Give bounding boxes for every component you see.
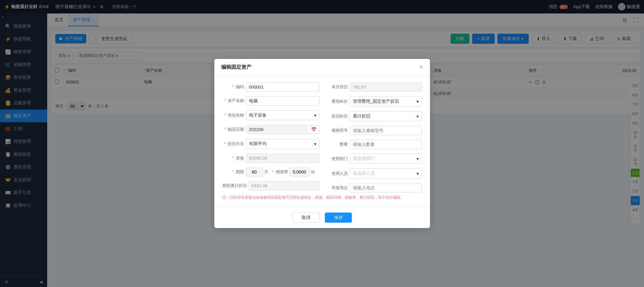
- depreciation-method-select[interactable]: 年限平均 ▾: [246, 139, 319, 149]
- date-picker-icon[interactable]: 📅: [308, 127, 319, 132]
- form-item-department: 使用部门 请选择部门 ▾: [326, 154, 422, 164]
- right-col: 本月折旧 费用科目 管理费用_固定资产折旧 ▾: [326, 83, 422, 192]
- purchase-date-input[interactable]: [246, 125, 308, 134]
- asset-name-input[interactable]: [246, 96, 319, 105]
- initial-depreciation-label: 期初累计折旧: [222, 183, 247, 189]
- residual-rate-unit: %: [311, 170, 315, 174]
- form-item-depreciation-subject: 折旧科目 累计折旧 ▾: [326, 111, 422, 121]
- department-placeholder: 请选择部门: [353, 156, 375, 162]
- modal-footer: 取消 保存: [214, 207, 430, 228]
- spec-input[interactable]: [350, 126, 422, 135]
- form-item-code: * 编码: [222, 83, 319, 92]
- category-dropdown-icon-modal: ▾: [314, 113, 316, 118]
- depreciation-subject-select[interactable]: 累计折旧 ▾: [350, 111, 422, 121]
- form-item-spec: 规格型号: [326, 126, 422, 135]
- user-select[interactable]: 请选择人员 ▾: [350, 168, 422, 179]
- spec-label: 规格型号: [326, 128, 348, 133]
- depreciation-method-label: * 折旧方法: [222, 141, 244, 147]
- depreciation-subject-label: 折旧科目: [326, 114, 348, 119]
- expense-subject-arrow: ▾: [417, 99, 419, 104]
- form-item-original-value: * 原值: [222, 154, 319, 163]
- asset-name-label: * 资产名称: [222, 98, 244, 104]
- user-arrow: ▾: [417, 171, 419, 176]
- form-item-period: * 期限 月 * 残值率 %: [222, 167, 319, 177]
- code-label: * 编码: [222, 84, 244, 90]
- modal-note: 注：已经存在变更记录或者对应固定资产已经生成凭证，原值、购买日期、残值率、累计折…: [222, 195, 422, 200]
- quantity-label: 数量: [326, 141, 348, 147]
- depreciation-method-value: 年限平均: [249, 141, 267, 147]
- location-input[interactable]: [350, 183, 422, 192]
- depreciation-subject-arrow: ▾: [417, 114, 419, 119]
- form-item-category: * 类别名称 电子设备 ▾: [222, 110, 319, 120]
- modal-title: 编辑固定资产: [221, 64, 251, 70]
- modal-header: 编辑固定资产 ×: [214, 59, 430, 76]
- form-item-user: 使用人员 请选择人员 ▾: [326, 168, 422, 179]
- department-label: 使用部门: [326, 156, 348, 162]
- cancel-label: 取消: [302, 215, 310, 221]
- form-item-quantity: 数量: [326, 140, 422, 149]
- form-item-purchase-date: * 购买日期 📅: [222, 125, 319, 134]
- user-label-form: 使用人员: [326, 171, 348, 177]
- form-item-asset-name: * 资产名称: [222, 96, 319, 105]
- form-item-initial-depreciation: 期初累计折旧: [222, 181, 319, 190]
- expense-subject-value: 管理费用_固定资产折旧: [353, 98, 399, 104]
- category-select-value: 电子设备: [249, 112, 267, 118]
- date-input-wrap: 📅: [246, 125, 319, 134]
- monthly-depreciation-input: [350, 83, 422, 92]
- monthly-depreciation-label: 本月折旧: [326, 84, 348, 90]
- purchase-date-label: * 购买日期: [222, 127, 244, 132]
- code-input[interactable]: [246, 83, 319, 92]
- left-col: * 编码 * 资产名称 *: [222, 83, 319, 192]
- form-item-expense-subject: 费用科目 管理费用_固定资产折旧 ▾: [326, 96, 422, 106]
- department-arrow: ▾: [417, 156, 419, 161]
- original-value-input[interactable]: [246, 154, 319, 163]
- cancel-btn[interactable]: 取消: [293, 213, 319, 223]
- save-btn[interactable]: 保存: [325, 213, 352, 223]
- expense-subject-label: 费用科目: [326, 99, 348, 104]
- user-placeholder: 请选择人员: [353, 170, 375, 177]
- residual-rate-input[interactable]: [289, 167, 310, 177]
- expense-subject-select[interactable]: 管理费用_固定资产折旧 ▾: [350, 96, 422, 106]
- department-select[interactable]: 请选择部门 ▾: [350, 154, 422, 164]
- modal-close-btn[interactable]: ×: [420, 64, 423, 71]
- period-label: * 期限: [222, 169, 244, 175]
- save-label: 保存: [334, 215, 343, 221]
- form-grid: * 编码 * 资产名称 *: [222, 83, 422, 192]
- original-value-label: * 原值: [222, 155, 244, 161]
- edit-modal: 编辑固定资产 × * 编码 *: [214, 59, 430, 228]
- period-input[interactable]: [246, 167, 263, 177]
- category-label-form: * 类别名称: [222, 113, 244, 118]
- depreciation-subject-value: 累计折旧: [353, 113, 370, 119]
- residual-rate-required: *: [272, 169, 274, 174]
- residual-rate-label-inline: 残值率: [276, 169, 288, 175]
- modal-overlay[interactable]: 编辑固定资产 × * 编码 *: [0, 0, 644, 287]
- form-item-location: 存放地点: [326, 183, 422, 192]
- period-input-row: 月 * 残值率 %: [246, 167, 319, 177]
- depreciation-method-arrow: ▾: [314, 141, 316, 147]
- category-select-modal[interactable]: 电子设备 ▾: [246, 110, 319, 120]
- modal-body: * 编码 * 资产名称 *: [214, 76, 430, 207]
- initial-depreciation-input: [249, 181, 319, 190]
- form-item-depreciation-method: * 折旧方法 年限平均 ▾: [222, 139, 319, 149]
- quantity-input[interactable]: [350, 140, 422, 149]
- period-unit: 月: [264, 169, 268, 175]
- form-item-monthly-depreciation: 本月折旧: [326, 83, 422, 92]
- location-label: 存放地点: [326, 185, 348, 191]
